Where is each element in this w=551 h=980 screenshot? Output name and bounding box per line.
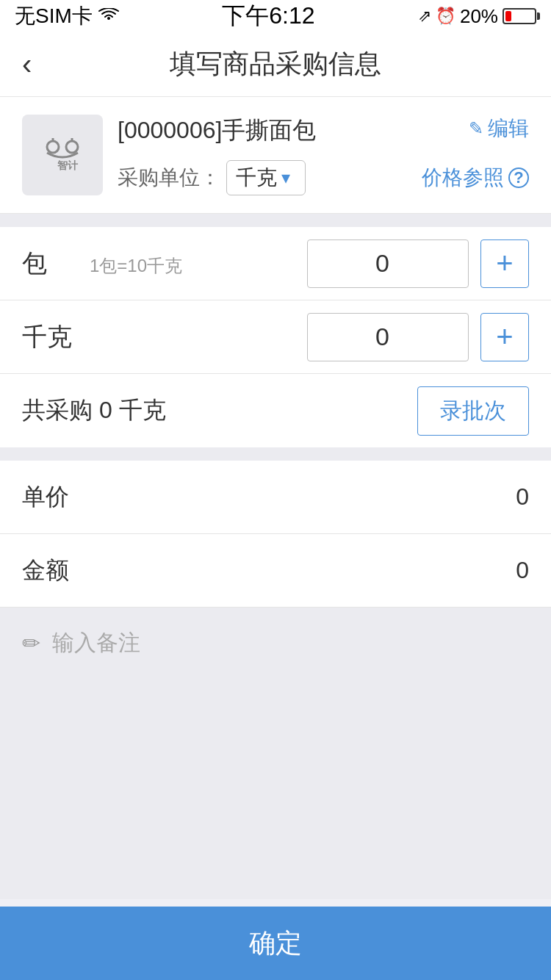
form-section: 包 1包=10千克 + 千克 + 共采购 0 千克 录批次 — [0, 227, 551, 447]
battery-icon — [503, 8, 536, 24]
nav-bar: ‹ 填写商品采购信息 — [0, 32, 551, 97]
bag-sub-label: 1包=10千克 — [90, 254, 182, 278]
bag-input-wrapper: + — [182, 239, 529, 288]
product-card: 智计 [0000006]手撕面包 ✎ 编辑 采购单位： 千克 ▾ 价格参照 — [0, 97, 551, 214]
price-ref-icon: ? — [508, 167, 529, 188]
confirm-button[interactable]: 确定 — [0, 907, 551, 980]
status-left: 无SIM卡 — [15, 2, 119, 30]
record-batch-button[interactable]: 录批次 — [417, 386, 529, 436]
product-image: 智计 — [22, 115, 103, 195]
bag-input[interactable] — [307, 239, 469, 288]
status-right: ⇗ ⏰ 20% — [418, 5, 536, 28]
kg-input-wrapper: + — [81, 313, 529, 361]
back-button[interactable]: ‹ — [22, 48, 32, 81]
dropdown-arrow: ▾ — [281, 167, 290, 188]
status-bar: 无SIM卡 下午6:12 ⇗ ⏰ 20% — [0, 0, 551, 32]
status-time: 下午6:12 — [222, 0, 314, 32]
note-section[interactable]: ✏ 输入备注 — [0, 608, 551, 679]
page-title: 填写商品采购信息 — [170, 46, 381, 82]
amount-label: 金额 — [22, 555, 69, 587]
kg-plus-button[interactable]: + — [480, 313, 529, 361]
amount-value: 0 — [516, 557, 529, 584]
bag-label: 包 — [22, 247, 81, 281]
edit-label: 编辑 — [488, 115, 529, 143]
summary-text: 共采购 0 千克 — [22, 394, 166, 427]
unit-price-value: 0 — [516, 483, 529, 511]
unit-price-row: 单价 0 — [0, 461, 551, 534]
product-name: [0000006]手撕面包 — [118, 115, 316, 147]
unit-value: 千克 — [236, 164, 277, 192]
product-unit-row: 采购单位： 千克 ▾ 价格参照 ? — [118, 160, 529, 195]
bag-row: 包 1包=10千克 + — [0, 227, 551, 300]
bag-plus-icon: + — [496, 247, 513, 280]
edit-button[interactable]: ✎ 编辑 — [469, 115, 529, 143]
kg-label: 千克 — [22, 320, 81, 354]
unit-prefix: 采购单位： — [118, 164, 220, 192]
battery-percent: 20% — [460, 5, 498, 28]
price-section: 单价 0 金额 0 — [0, 461, 551, 608]
note-icon: ✏ — [22, 630, 40, 656]
main-content-area — [0, 679, 551, 899]
edit-icon: ✎ — [469, 118, 483, 139]
amount-row: 金额 0 — [0, 534, 551, 608]
location-icon: ⇗ — [418, 7, 431, 26]
svg-text:智计: 智计 — [57, 159, 79, 171]
svg-point-0 — [47, 141, 59, 153]
product-header: [0000006]手撕面包 ✎ 编辑 — [118, 115, 529, 147]
alarm-icon: ⏰ — [436, 7, 455, 26]
section-divider-2 — [0, 447, 551, 461]
kg-row: 千克 + — [0, 300, 551, 374]
bag-label-wrapper: 包 1包=10千克 — [22, 247, 182, 281]
note-placeholder: 输入备注 — [52, 628, 140, 658]
carrier-text: 无SIM卡 — [15, 2, 93, 30]
price-reference-button[interactable]: 价格参照 ? — [422, 164, 529, 192]
back-icon: ‹ — [22, 48, 32, 80]
section-divider-1 — [0, 214, 551, 227]
summary-row: 共采购 0 千克 录批次 — [0, 374, 551, 447]
record-batch-label: 录批次 — [440, 398, 506, 422]
kg-plus-icon: + — [496, 320, 513, 353]
unit-dropdown[interactable]: 千克 ▾ — [226, 160, 306, 195]
bag-plus-button[interactable]: + — [480, 239, 529, 288]
price-ref-label: 价格参照 — [422, 164, 504, 192]
confirm-label: 确定 — [249, 926, 302, 962]
product-logo: 智计 — [37, 126, 88, 184]
unit-price-label: 单价 — [22, 481, 69, 514]
wifi-icon — [98, 4, 119, 28]
kg-input[interactable] — [307, 313, 469, 361]
svg-point-1 — [66, 141, 78, 153]
product-info: [0000006]手撕面包 ✎ 编辑 采购单位： 千克 ▾ 价格参照 ? — [118, 115, 529, 195]
